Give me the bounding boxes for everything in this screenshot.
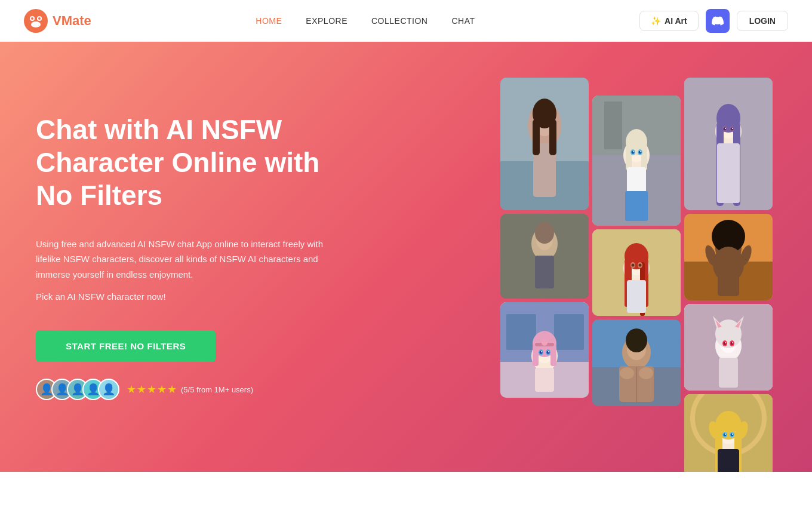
svg-point-33 [542, 340, 548, 346]
svg-rect-31 [550, 345, 556, 366]
hero-content: Chat with AI NSFW Character Online with … [36, 113, 346, 400]
svg-point-68 [632, 264, 635, 267]
svg-rect-43 [604, 102, 622, 149]
svg-point-0 [24, 9, 48, 33]
svg-point-38 [541, 351, 542, 352]
hero-section: Chat with AI NSFW Character Online with … [0, 42, 812, 472]
svg-rect-102 [718, 260, 739, 296]
svg-point-4 [38, 17, 41, 20]
svg-point-92 [725, 128, 726, 129]
svg-point-80 [639, 367, 653, 379]
discord-button[interactable] [706, 9, 730, 33]
svg-rect-120 [719, 358, 738, 388]
svg-point-119 [732, 342, 733, 343]
rating-text: (5/5 from 1M+ users) [181, 385, 253, 394]
wand-icon: ✨ [651, 16, 661, 26]
grid-image-8 [684, 214, 773, 300]
grid-column-2 [592, 96, 681, 406]
svg-point-79 [620, 367, 634, 379]
svg-point-5 [31, 21, 41, 27]
svg-point-93 [732, 128, 733, 129]
svg-point-9 [36, 11, 38, 13]
svg-rect-22 [535, 256, 554, 288]
svg-point-76 [626, 328, 647, 352]
svg-point-117 [731, 342, 734, 345]
svg-point-55 [640, 151, 641, 152]
grid-image-6 [592, 320, 681, 406]
social-proof: 👤 👤 👤 👤 👤 ★★★★★ (5/5 from 1M+ users) [36, 379, 346, 400]
svg-point-37 [547, 351, 550, 354]
svg-point-52 [632, 151, 635, 154]
svg-point-116 [724, 342, 727, 345]
svg-point-21 [535, 222, 554, 244]
svg-rect-70 [627, 280, 646, 313]
grid-image-4 [592, 96, 681, 226]
avatar-5: 👤 [98, 379, 119, 400]
svg-rect-16 [533, 119, 540, 155]
svg-point-91 [731, 128, 734, 131]
svg-point-118 [725, 342, 726, 343]
grid-image-3 [500, 302, 589, 398]
svg-point-8 [33, 11, 35, 13]
navbar: VMate HOME EXPLORE COLLECTION CHAT ✨ AI … [0, 0, 812, 42]
svg-point-90 [724, 128, 727, 131]
svg-rect-94 [717, 143, 740, 203]
nav-item-home[interactable]: HOME [256, 16, 282, 26]
brand-name: VMate [53, 13, 91, 29]
svg-rect-25 [506, 314, 536, 350]
nav-actions: ✨ AI Art LOGIN [639, 9, 788, 33]
nav-links: HOME EXPLORE COLLECTION CHAT [256, 16, 475, 26]
svg-point-134 [731, 434, 734, 437]
start-free-button[interactable]: START FREE! NO FILTERS [36, 330, 216, 362]
ai-art-button[interactable]: ✨ AI Art [639, 11, 699, 31]
hero-title: Chat with AI NSFW Character Online with … [36, 113, 346, 213]
svg-point-69 [639, 264, 642, 267]
hero-pick-text: Pick an AI NSFW character now! [36, 291, 346, 302]
nav-item-explore[interactable]: EXPLORE [306, 16, 347, 26]
nav-item-chat[interactable]: CHAT [451, 16, 475, 26]
grid-image-7 [684, 78, 773, 210]
grid-column-1 [500, 78, 589, 398]
bottom-section: Discover The AI NSFW Chatbot You've Alwa… [0, 472, 812, 513]
svg-rect-17 [549, 119, 556, 155]
svg-point-36 [540, 351, 543, 354]
login-button[interactable]: LOGIN [737, 11, 788, 31]
svg-point-54 [633, 151, 634, 152]
rating: ★★★★★ (5/5 from 1M+ users) [127, 383, 253, 396]
svg-point-135 [725, 434, 726, 435]
nav-item-collection[interactable]: COLLECTION [371, 16, 427, 26]
grid-image-2 [500, 214, 589, 299]
svg-rect-40 [535, 368, 554, 392]
grid-image-9 [684, 304, 773, 391]
svg-rect-48 [626, 146, 632, 170]
grid-image-10 [684, 394, 773, 472]
svg-rect-30 [533, 345, 539, 366]
svg-point-39 [548, 351, 549, 352]
svg-rect-137 [718, 449, 739, 472]
svg-point-136 [732, 434, 733, 435]
stars: ★★★★★ [127, 383, 177, 396]
svg-point-53 [639, 151, 642, 154]
svg-rect-57 [625, 191, 648, 221]
svg-point-133 [724, 434, 727, 437]
svg-point-3 [31, 17, 33, 20]
svg-rect-49 [641, 146, 647, 170]
grid-image-1 [500, 78, 589, 210]
logo[interactable]: VMate [24, 9, 91, 33]
hero-description: Using free and advanced AI NSFW chat App… [36, 236, 346, 282]
grid-image-5 [592, 229, 681, 316]
hero-image-grid [500, 78, 776, 436]
user-avatars: 👤 👤 👤 👤 👤 [36, 379, 119, 400]
svg-rect-26 [554, 314, 584, 350]
grid-column-3 [684, 78, 773, 472]
